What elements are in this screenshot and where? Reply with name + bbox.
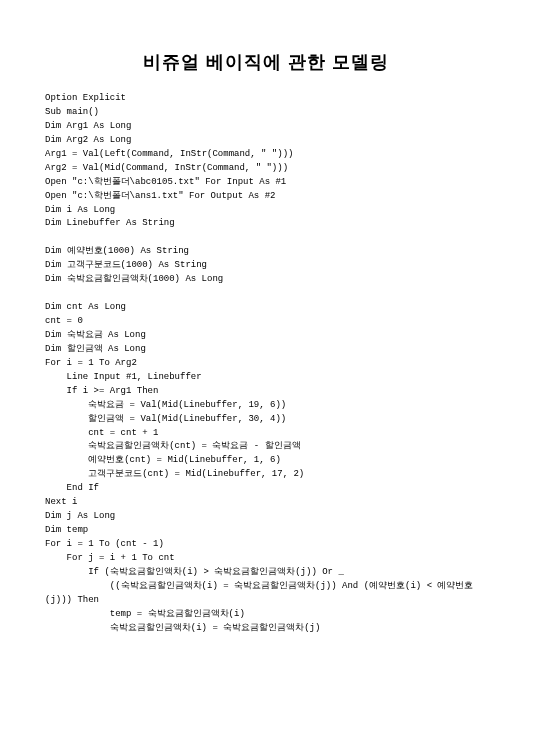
code-line: For i = 1 To Arg2	[45, 357, 488, 371]
code-line: Open "c:\학번폴더\ans1.txt" For Output As #2	[45, 190, 488, 204]
document-page: 비쥬얼 베이직에 관한 모델링 Option ExplicitSub main(…	[0, 0, 533, 656]
code-line: 숙박요금할인금액차(cnt) = 숙박요금 - 할인금액	[45, 440, 488, 454]
code-line: If (숙박요금할인액차(i) > 숙박요금할인금액차(j)) Or _	[45, 566, 488, 580]
code-line: Dim 예약번호(1000) As String	[45, 245, 488, 259]
code-line: Arg1 = Val(Left(Command, InStr(Command, …	[45, 148, 488, 162]
code-line: 숙박요금 = Val(Mid(Linebuffer, 19, 6))	[45, 399, 488, 413]
code-line: (j))) Then	[45, 594, 488, 608]
code-line: Dim 숙박요금 As Long	[45, 329, 488, 343]
code-line: Dim i As Long	[45, 204, 488, 218]
code-line: Dim 고객구분코드(1000) As String	[45, 259, 488, 273]
code-line: 숙박요금할인금액차(i) = 숙박요금할인금액차(j)	[45, 622, 488, 636]
code-line: cnt = cnt + 1	[45, 427, 488, 441]
code-line: 예약번호(cnt) = Mid(Linebuffer, 1, 6)	[45, 454, 488, 468]
code-line	[45, 287, 488, 301]
code-line: For j = i + 1 To cnt	[45, 552, 488, 566]
code-block: Option ExplicitSub main()Dim Arg1 As Lon…	[45, 92, 488, 636]
code-line: Dim Arg1 As Long	[45, 120, 488, 134]
code-line: 고객구분코드(cnt) = Mid(Linebuffer, 17, 2)	[45, 468, 488, 482]
page-title: 비쥬얼 베이직에 관한 모델링	[45, 50, 488, 74]
code-line: Dim 숙박요금할인금액차(1000) As Long	[45, 273, 488, 287]
code-line: Line Input #1, Linebuffer	[45, 371, 488, 385]
code-line: cnt = 0	[45, 315, 488, 329]
code-line: For i = 1 To (cnt - 1)	[45, 538, 488, 552]
code-line: Dim Arg2 As Long	[45, 134, 488, 148]
code-line: Dim j As Long	[45, 510, 488, 524]
code-line: Arg2 = Val(Mid(Command, InStr(Command, "…	[45, 162, 488, 176]
code-line: Sub main()	[45, 106, 488, 120]
code-line: 할인금액 = Val(Mid(Linebuffer, 30, 4))	[45, 413, 488, 427]
code-line: End If	[45, 482, 488, 496]
code-line: Dim 할인금액 As Long	[45, 343, 488, 357]
code-line	[45, 231, 488, 245]
code-line: Dim cnt As Long	[45, 301, 488, 315]
code-line: Option Explicit	[45, 92, 488, 106]
code-line: Next i	[45, 496, 488, 510]
code-line: Dim Linebuffer As String	[45, 217, 488, 231]
code-line: If i >= Arg1 Then	[45, 385, 488, 399]
code-line: temp = 숙박요금할인금액차(i)	[45, 608, 488, 622]
code-line: ((숙박요금할인금액차(i) = 숙박요금할인금액차(j)) And (예약번호…	[45, 580, 488, 594]
code-line: Open "c:\학번폴더\abc0105.txt" For Input As …	[45, 176, 488, 190]
code-line: Dim temp	[45, 524, 488, 538]
